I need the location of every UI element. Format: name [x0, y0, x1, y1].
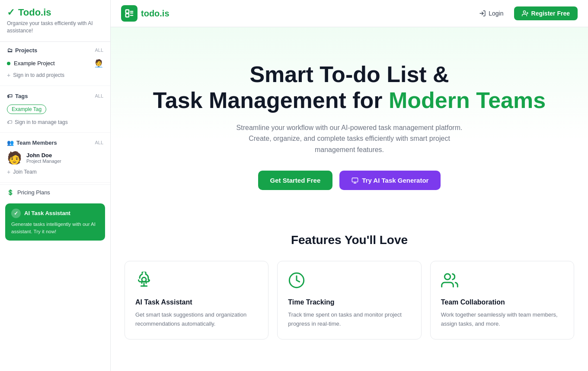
- sidebar-logo-title: ✓ Todo.is: [7, 7, 103, 18]
- register-button[interactable]: Register Free: [514, 6, 578, 20]
- divider-1: [0, 86, 110, 86]
- add-project-item[interactable]: + Sign in to add projects: [7, 70, 103, 80]
- project-name: Example Project: [14, 60, 55, 67]
- register-icon: [522, 10, 529, 17]
- time-card-title: Time Tracking: [288, 298, 410, 306]
- member-avatar: 🧑: [7, 152, 22, 164]
- hero-title-part2: Task Management for: [153, 88, 389, 113]
- join-team-plus-icon: +: [7, 168, 10, 175]
- project-item-example[interactable]: Example Project 🧑‍💼: [7, 57, 103, 70]
- hero-title: Smart To-do List & Task Management for M…: [128, 62, 571, 114]
- ai-toast-title: ✓ AI Task Assistant: [11, 209, 99, 218]
- sidebar-team-section: 👥 Team Members ALL 🧑 John Doe Project Ma…: [0, 134, 110, 181]
- team-section-title: 👥 Team Members: [7, 140, 57, 146]
- divider-3: [0, 182, 110, 183]
- feature-card-time: Time Tracking Track time spent on tasks …: [277, 261, 421, 339]
- svg-point-12: [142, 278, 146, 282]
- svg-point-6: [523, 11, 525, 13]
- ai-toast-body-text: Generate tasks intelligently with our AI…: [11, 221, 99, 236]
- folder-icon: 🗂: [7, 47, 13, 54]
- features-title: Features You'll Love: [125, 233, 574, 247]
- nav-logo: todo.is: [121, 5, 169, 22]
- sidebar-projects-section: 🗂 Projects ALL Example Project 🧑‍💼 + Sig…: [0, 42, 110, 84]
- tags-header: 🏷 Tags ALL: [7, 93, 103, 99]
- member-role: Project Manager: [26, 159, 61, 164]
- features-section: Features You'll Love: [111, 216, 588, 357]
- manage-tags-label: Sign in to manage tags: [15, 119, 68, 125]
- nav-logo-is: .is: [160, 9, 169, 18]
- tag-icon: 🏷: [7, 93, 13, 99]
- nav-actions: Login Register Free: [474, 6, 578, 20]
- login-icon: [479, 10, 486, 17]
- ai-generator-label: Try AI Task Generator: [362, 177, 428, 184]
- svg-rect-9: [352, 178, 358, 182]
- tag-chip-example[interactable]: Example Tag: [7, 105, 46, 114]
- nav-logo-icon: [121, 5, 137, 22]
- projects-header: 🗂 Projects ALL: [7, 47, 103, 54]
- add-project-label: Sign in to add projects: [13, 72, 64, 78]
- ai-generator-icon: [352, 177, 358, 184]
- hero-section: Smart To-do List & Task Management for M…: [111, 27, 588, 216]
- tags-all-link[interactable]: ALL: [95, 93, 103, 98]
- member-item-john-doe[interactable]: 🧑 John Doe Project Manager: [7, 149, 103, 167]
- svg-rect-1: [126, 14, 129, 17]
- member-name: John Doe: [26, 152, 61, 159]
- project-avatar-emoji: 🧑‍💼: [94, 59, 103, 68]
- top-nav: todo.is Login Register Free: [111, 0, 588, 27]
- login-label: Login: [489, 10, 503, 17]
- main-content: todo.is Login Register Free: [111, 0, 588, 371]
- team-icon: 👥: [7, 140, 14, 146]
- check-icon: ✓: [7, 7, 15, 18]
- ai-generator-button[interactable]: Try AI Task Generator: [339, 171, 441, 190]
- projects-all-link[interactable]: ALL: [95, 48, 103, 53]
- clock-icon: [288, 272, 410, 292]
- sidebar-tags-section: 🏷 Tags ALL Example Tag 🏷 Sign in to mana…: [0, 88, 110, 130]
- pricing-plans-item[interactable]: 💲 Pricing Plans: [0, 184, 110, 200]
- join-team-label: Join Team: [13, 169, 36, 175]
- sidebar-tagline: Organize your tasks efficiently with AI …: [7, 20, 103, 35]
- svg-point-14: [444, 274, 450, 279]
- register-label: Register Free: [531, 10, 570, 17]
- member-info: John Doe Project Manager: [26, 152, 61, 164]
- project-active-dot: [7, 62, 10, 65]
- example-tag-chip[interactable]: Example Tag: [7, 103, 103, 114]
- project-left: Example Project: [7, 60, 55, 67]
- tag-manage-icon: 🏷: [7, 119, 12, 125]
- plus-icon: +: [7, 72, 10, 79]
- login-button[interactable]: Login: [474, 6, 508, 20]
- team-card-desc: Work together seamlessly with team membe…: [441, 311, 563, 329]
- join-team-item[interactable]: + Join Team: [7, 167, 103, 177]
- ai-task-assistant-toast[interactable]: ✓ AI Task Assistant Generate tasks intel…: [5, 203, 105, 241]
- projects-section-title: 🗂 Projects: [7, 47, 37, 54]
- hero-title-accent: Modern Teams: [389, 88, 546, 113]
- brain-icon: [135, 272, 258, 292]
- time-card-desc: Track time spent on tasks and monitor pr…: [288, 311, 410, 329]
- team-header: 👥 Team Members ALL: [7, 140, 103, 146]
- hero-buttons: Get Started Free Try AI Task Generator: [128, 171, 571, 190]
- ai-card-title: AI Task Assistant: [135, 298, 258, 306]
- hero-subtitle: Streamline your workflow with our AI-pow…: [233, 122, 466, 155]
- tags-section-title: 🏷 Tags: [7, 93, 28, 99]
- divider-2: [0, 132, 110, 133]
- sidebar-logo-area: ✓ Todo.is Organize your tasks efficientl…: [0, 0, 110, 42]
- nav-logo-todo: todo: [141, 9, 160, 18]
- feature-card-ai: AI Task Assistant Get smart task suggest…: [125, 261, 268, 339]
- team-collab-icon: [441, 272, 563, 292]
- team-all-link[interactable]: ALL: [95, 140, 103, 145]
- pricing-label: Pricing Plans: [17, 189, 50, 196]
- ai-toast-check-icon: ✓: [11, 209, 21, 218]
- team-card-title: Team Collaboration: [441, 298, 563, 306]
- manage-tags-item[interactable]: 🏷 Sign in to manage tags: [7, 117, 103, 127]
- features-grid: AI Task Assistant Get smart task suggest…: [125, 261, 574, 339]
- dollar-icon: 💲: [7, 189, 14, 196]
- get-started-button[interactable]: Get Started Free: [258, 171, 333, 190]
- sidebar-app-name: Todo.is: [18, 7, 51, 18]
- svg-rect-0: [126, 10, 129, 13]
- nav-logo-text: todo.is: [141, 9, 169, 19]
- ai-toast-title-text: AI Task Assistant: [24, 210, 70, 216]
- sidebar: ✓ Todo.is Organize your tasks efficientl…: [0, 0, 111, 371]
- feature-card-team: Team Collaboration Work together seamles…: [430, 261, 574, 339]
- hero-title-part1: Smart To-do List &: [249, 62, 449, 87]
- ai-card-desc: Get smart task suggestions and organizat…: [135, 311, 258, 329]
